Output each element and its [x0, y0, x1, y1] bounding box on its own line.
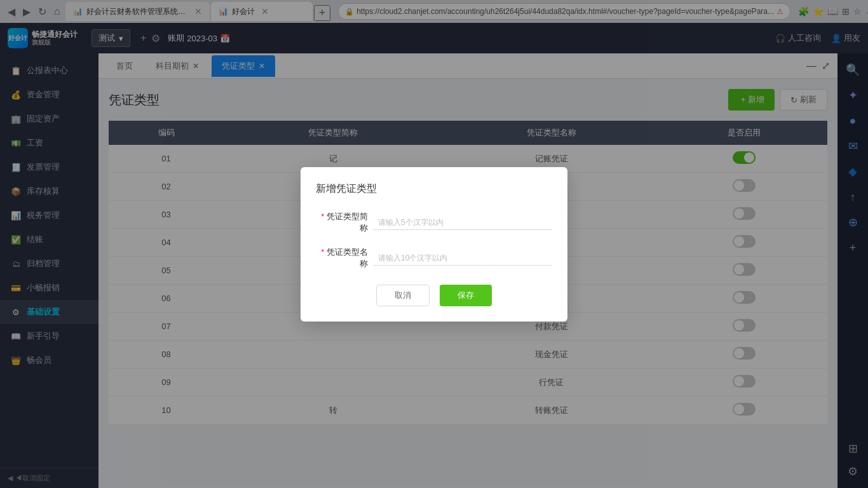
modal-title: 新增凭证类型 [316, 182, 552, 196]
name-form-item: 凭证类型名称 [316, 247, 552, 269]
name-label: 凭证类型名称 [316, 247, 373, 269]
add-voucher-modal: 新增凭证类型 凭证类型简称 凭证类型名称 取消 保存 [301, 167, 567, 322]
abbr-label: 凭证类型简称 [316, 211, 373, 234]
modal-overlay: 新增凭证类型 凭证类型简称 凭证类型名称 取消 保存 [0, 0, 868, 488]
modal-footer: 取消 保存 [316, 285, 552, 306]
name-input[interactable] [373, 250, 552, 266]
abbr-form-item: 凭证类型简称 [316, 211, 552, 234]
cancel-button[interactable]: 取消 [376, 285, 430, 306]
abbr-input[interactable] [373, 215, 552, 230]
save-button[interactable]: 保存 [440, 285, 492, 306]
